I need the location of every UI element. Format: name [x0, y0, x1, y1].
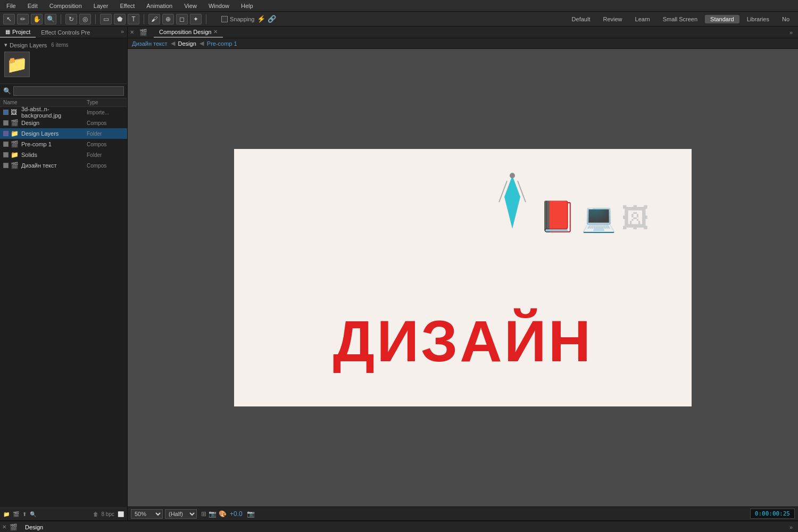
menu-bar: File Edit Composition Layer Effect Anima…	[0, 0, 798, 12]
item-type-5: Compos	[87, 163, 124, 169]
list-item-5[interactable]: 🎬 Дизайн текст Compos	[0, 160, 127, 171]
delete-icon[interactable]: 🗑	[93, 511, 98, 517]
item-type-1: Compos	[87, 120, 124, 126]
color-icon[interactable]: 🎨	[219, 510, 227, 518]
workspace-learn[interactable]: Learn	[630, 15, 655, 23]
separator-2	[95, 14, 96, 24]
tool-pen[interactable]: ✏	[17, 14, 29, 24]
comp-panel-expand[interactable]: »	[786, 28, 796, 37]
project-list-header: Name Type	[0, 98, 127, 107]
tool-mask[interactable]: ▭	[100, 14, 112, 24]
workspace-libraries[interactable]: Libraries	[742, 15, 775, 23]
col-header-name: Name	[3, 99, 87, 105]
tool-hand[interactable]: ✋	[31, 14, 43, 24]
comp-tab-icon: 🎬	[134, 27, 153, 38]
snapping-checkbox[interactable]	[221, 16, 228, 22]
menu-item-effect[interactable]: Effect	[118, 2, 137, 10]
list-item-4[interactable]: 📁 Solids Folder	[0, 149, 127, 160]
design-icon-easel: 🖼	[621, 202, 649, 234]
menu-item-file[interactable]: File	[4, 2, 18, 10]
import-icon[interactable]: ⬆	[22, 511, 27, 517]
folder-count: 6 items	[51, 42, 68, 48]
fit-icon[interactable]: ⊞	[201, 510, 206, 518]
menu-item-composition[interactable]: Composition	[47, 2, 84, 10]
menu-item-help[interactable]: Help	[239, 2, 255, 10]
tool-rotate[interactable]: ↻	[65, 14, 77, 24]
list-item-3[interactable]: 🎬 Pre-comp 1 Compos	[0, 139, 127, 149]
menu-item-view[interactable]: View	[182, 2, 199, 10]
breadcrumb-item-1[interactable]: Design	[178, 40, 196, 47]
tool-shape[interactable]: ⬟	[114, 14, 126, 24]
tab-composition-design[interactable]: Composition Design ✕	[154, 27, 223, 38]
color-settings-icon[interactable]: ⬜	[118, 511, 124, 517]
menu-item-edit[interactable]: Edit	[26, 2, 40, 10]
workspace-small-screen[interactable]: Small Screen	[658, 15, 703, 23]
project-bottom-bar: 📁 🎬 ⬆ 🔍 🗑 8 bpc ⬜	[0, 508, 127, 520]
list-item-1[interactable]: 🎬 Design Compos	[0, 118, 127, 128]
tool-puppet[interactable]: ✦	[190, 14, 202, 24]
separator-1	[61, 14, 61, 24]
item-icon-5: 🎬	[11, 162, 19, 169]
tab-effect-controls[interactable]: Effect Controls Pre	[36, 27, 95, 38]
snapshot-icon[interactable]: 📷	[209, 510, 217, 518]
comp-tab-label: Composition Design	[159, 29, 211, 35]
tab-project[interactable]: ▦ Project	[0, 27, 36, 38]
item-name-1: Design	[21, 120, 87, 126]
item-icon-1: 🎬	[11, 119, 19, 127]
snapping-label: Snapping	[230, 16, 255, 22]
search-project-icon[interactable]: 🔍	[30, 511, 36, 517]
search-icon: 🔍	[3, 87, 11, 95]
snapping-area: Snapping ⚡ 🔗	[221, 15, 276, 23]
folder-header[interactable]: ▾ Design Layers 6 items	[4, 41, 123, 48]
tl-tab-close[interactable]: ✕	[2, 524, 6, 530]
workspace-standard[interactable]: Standard	[705, 15, 739, 23]
breadcrumb-item-0[interactable]: Дизайн текст	[132, 40, 168, 47]
quality-select[interactable]: (Half) (Full) (Quarter)	[165, 509, 197, 519]
item-icon-0: 🖼	[11, 109, 19, 116]
canvas-main-text: ДИЗАЙН	[234, 307, 692, 375]
tool-text[interactable]: T	[128, 14, 139, 24]
tool-camera[interactable]: ◎	[79, 14, 91, 24]
effect-controls-label: Effect Controls Pre	[41, 29, 90, 36]
breadcrumb-sep-1: ◀	[200, 40, 204, 47]
breadcrumb-item-2[interactable]: Pre-comp 1	[207, 40, 237, 47]
new-folder-icon[interactable]: 📁	[3, 511, 10, 517]
item-icon-3: 🎬	[11, 140, 19, 148]
new-comp-icon[interactable]: 🎬	[13, 511, 19, 517]
workspace-review[interactable]: Review	[597, 15, 627, 23]
camera-icon[interactable]: 📷	[247, 510, 255, 518]
list-item-2[interactable]: 📁 Design Layers Folder	[0, 128, 127, 139]
zoom-select[interactable]: 50% 100% 25%	[131, 509, 163, 519]
menu-item-layer[interactable]: Layer	[92, 2, 111, 10]
item-type-2: Folder	[87, 131, 124, 137]
list-item-0[interactable]: 🖼 3d-abst..n-background.jpg Importe...	[0, 107, 127, 118]
workspace-tabs: Default Review Learn Small Screen Standa…	[567, 15, 795, 23]
tool-brush[interactable]: 🖌	[148, 14, 160, 24]
comp-tab-close-btn[interactable]: ✕	[130, 29, 134, 35]
comp-icon: 🎬	[139, 29, 147, 36]
workspace-default[interactable]: Default	[567, 15, 596, 23]
tab-timeline-design[interactable]: Design	[20, 522, 48, 532]
tool-zoom[interactable]: 🔍	[45, 14, 56, 24]
item-type-0: Importe...	[87, 110, 124, 115]
tl-panel-expand[interactable]: »	[786, 522, 796, 532]
tool-eraser[interactable]: ◻	[176, 14, 188, 24]
item-color-2	[3, 131, 9, 136]
comp-tab-close[interactable]: ✕	[213, 29, 218, 35]
exposure-icon[interactable]: +0.0	[230, 510, 243, 518]
folder-label: Design Layers	[10, 42, 47, 48]
tool-stamp[interactable]: ⊕	[162, 14, 174, 24]
tool-select[interactable]: ↖	[3, 14, 15, 24]
item-name-5: Дизайн текст	[21, 162, 87, 169]
workspace-no[interactable]: No	[777, 15, 795, 23]
comp-viewer: 📕 💻 🖼 ДИЗАЙН	[128, 49, 798, 506]
panel-expand-btn[interactable]: »	[118, 27, 127, 38]
menu-item-window[interactable]: Window	[206, 2, 231, 10]
main-area: ▦ Project Effect Controls Pre » ▾ Design…	[0, 27, 798, 520]
search-input[interactable]	[13, 86, 124, 96]
folder-arrow: ▾	[4, 41, 7, 48]
menu-item-animation[interactable]: Animation	[144, 2, 174, 10]
design-icons-area: 📕 💻 🖼	[491, 170, 649, 234]
item-color-1	[3, 120, 9, 126]
bpc-label: 8 bpc	[102, 511, 114, 517]
